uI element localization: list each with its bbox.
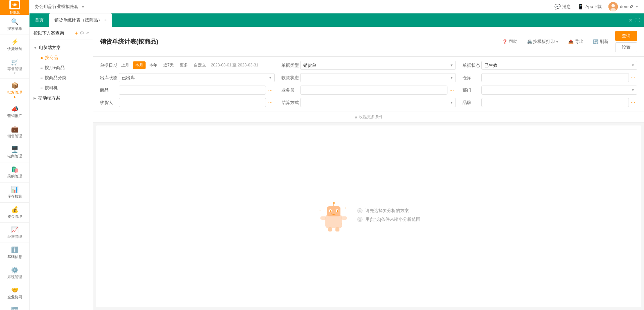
- svg-text:②: ②: [359, 218, 361, 221]
- date-filter: 上月 本月 本年 近7天 更多 自定义 2023-03-01 至 2023-03…: [119, 61, 275, 69]
- svg-rect-16: [335, 227, 339, 231]
- app-download-button[interactable]: 📱 App下载: [578, 4, 602, 10]
- sidebar-item-search[interactable]: 🔍 搜索菜单: [0, 15, 29, 35]
- doc-status-select[interactable]: 已生效: [481, 61, 637, 70]
- app-logo: 标准版: [0, 0, 30, 15]
- filter-panel-title: 按以下方案查询: [34, 30, 64, 36]
- date-btn-current-year[interactable]: 本年: [147, 61, 160, 69]
- warehouse-label: 仓库: [463, 75, 481, 81]
- goods-input[interactable]: [119, 86, 266, 95]
- doc-type-label: 单据类型: [281, 62, 300, 68]
- sidebar-item-retail[interactable]: 🛒 零售管理 ▼: [0, 55, 29, 79]
- tree-item-by-month-goods[interactable]: ≡ 按月+商品: [30, 63, 93, 73]
- collapse-bar[interactable]: ∧ 收起更多条件: [93, 111, 644, 123]
- tab-home[interactable]: 首页: [30, 13, 49, 27]
- salesman-dots-icon[interactable]: ···: [447, 87, 456, 93]
- salesman-input[interactable]: [300, 86, 447, 95]
- help-label: 帮助: [509, 39, 518, 45]
- page-title-row: 销货单统计表(按商品) ❓ 帮助 🖨️ 按模板打印 ▼ 📤: [100, 31, 637, 52]
- date-btn-7days[interactable]: 近7天: [161, 61, 176, 69]
- content-area: 按以下方案查询 + ⚙ « ▼ 电脑端方案 ● 按商品: [30, 27, 644, 310]
- sidebar-label-sales: 销售管理: [7, 134, 22, 139]
- date-btn-custom[interactable]: 自定义: [192, 61, 208, 69]
- industry-dropdown-icon[interactable]: ▼: [81, 5, 85, 9]
- filter-row-3: 商品 ··· 业务员 ··· 部门: [100, 86, 637, 95]
- svg-rect-14: [341, 216, 347, 220]
- sidebar-item-purchase[interactable]: 🛍️ 采购管理: [0, 162, 29, 183]
- settlement-select[interactable]: [300, 98, 456, 107]
- sidebar-item-newbie[interactable]: 🆕 新手引导: [0, 303, 29, 310]
- tab-close-icon[interactable]: ×: [104, 18, 107, 22]
- dept-select-wrapper: ▼: [481, 86, 637, 95]
- refresh-button[interactable]: 🔄 刷新: [590, 37, 611, 46]
- warehouse-dots-icon[interactable]: ···: [629, 75, 637, 81]
- svg-rect-15: [328, 227, 332, 231]
- print-button[interactable]: 🖨️ 按模板打印 ▼: [524, 37, 561, 46]
- tip-2-text: 用[过滤]条件来缩小分析范围: [365, 216, 420, 222]
- by-goods-icon: ●: [40, 55, 43, 60]
- sidebar-item-operations[interactable]: 📈 经营管理: [0, 223, 29, 243]
- payment-status-select[interactable]: [300, 73, 456, 82]
- out-status-select[interactable]: 已出库: [119, 73, 275, 82]
- tree-item-by-goods[interactable]: ● 按商品: [30, 53, 93, 63]
- logo-icon: [9, 0, 20, 9]
- tree-group-pc-header[interactable]: ▼ 电脑端方案: [30, 43, 93, 53]
- tree-group-mobile-header[interactable]: ▶ 移动端方案: [30, 93, 93, 103]
- filter-collapse-button[interactable]: «: [86, 30, 89, 36]
- sidebar-item-quick-nav[interactable]: ⚡ 快捷导航: [0, 35, 29, 55]
- date-btn-current-month[interactable]: 本月: [133, 61, 146, 69]
- tree-item-by-driver[interactable]: ≡ 按司机: [30, 83, 93, 93]
- recipient-field: 收货人 ···: [100, 98, 275, 107]
- date-field: 单据日期 上月 本月 本年 近7天 更多 自定义 2023-03-01 至 20…: [100, 61, 275, 69]
- ecommerce-icon: 🖥️: [11, 146, 18, 153]
- payment-status-field: 收款状态 ▼: [281, 73, 456, 82]
- message-icon: 💬: [554, 4, 561, 10]
- sidebar-item-enterprise[interactable]: 🤝 企业协同: [0, 283, 29, 303]
- tab-sales-statistics[interactable]: 销货单统计表（按商品） ×: [49, 13, 112, 27]
- tree-group-pc: ▼ 电脑端方案 ● 按商品 ≡ 按月+商品 ≡ 按商品分类: [30, 43, 93, 93]
- sidebar-label-purchase: 采购管理: [7, 174, 22, 179]
- tab-maximize-icon[interactable]: ⛶: [635, 17, 640, 23]
- sidebar-label-wholesale: 批发管理: [7, 90, 22, 95]
- empty-illustration: ✦ ✦ ✦: [317, 200, 351, 233]
- user-area[interactable]: demo2 ▼: [608, 2, 639, 11]
- sidebar-item-system[interactable]: ⚙️ 系统管理: [0, 263, 29, 283]
- help-button[interactable]: ❓ 帮助: [499, 37, 520, 46]
- refresh-label: 刷新: [600, 39, 608, 45]
- sidebar-item-marketing[interactable]: 📣 营销推广: [0, 102, 29, 122]
- help-icon: ❓: [502, 39, 507, 44]
- brand-dots-icon[interactable]: ···: [629, 100, 637, 106]
- tree-item-by-goods-category[interactable]: ≡ 按商品分类: [30, 73, 93, 83]
- page-header: 销货单统计表(按商品) ❓ 帮助 🖨️ 按模板打印 ▼ 📤: [93, 27, 644, 57]
- sidebar-item-sales[interactable]: 💼 销售管理: [0, 122, 29, 142]
- filter-settings-button[interactable]: ⚙: [80, 30, 84, 36]
- by-month-goods-icon: ≡: [40, 65, 43, 70]
- quick-nav-icon: ⚡: [11, 38, 18, 46]
- brand-field: 品牌 ···: [463, 98, 637, 107]
- query-button[interactable]: 查询: [615, 31, 637, 41]
- tab-minimize-icon[interactable]: ✕: [629, 17, 633, 23]
- goods-dots-icon[interactable]: ···: [266, 87, 274, 93]
- dept-select[interactable]: [481, 86, 637, 95]
- filter-add-button[interactable]: +: [75, 30, 78, 36]
- sidebar-item-finance[interactable]: 💰 资金管理: [0, 203, 29, 223]
- sidebar-item-ecommerce[interactable]: 🖥️ 电商管理: [0, 142, 29, 162]
- sidebar-item-inventory[interactable]: 📊 库存核算: [0, 183, 29, 203]
- recipient-input[interactable]: [119, 98, 266, 107]
- doc-type-select[interactable]: 销货单: [300, 61, 456, 70]
- inventory-icon: 📊: [11, 186, 18, 193]
- date-label: 单据日期: [100, 62, 119, 68]
- marketing-icon: 📣: [11, 105, 18, 113]
- recipient-dots-icon[interactable]: ···: [266, 100, 274, 106]
- message-button[interactable]: 💬 消息: [554, 4, 571, 10]
- brand-input[interactable]: [481, 98, 629, 107]
- user-dropdown-icon: ▼: [635, 5, 639, 8]
- export-button[interactable]: 📤 导出: [566, 37, 586, 46]
- date-btn-more[interactable]: 更多: [177, 61, 190, 69]
- date-btn-last-month[interactable]: 上月: [119, 61, 131, 69]
- sidebar-item-basic-info[interactable]: ℹ️ 基础信息: [0, 243, 29, 263]
- warehouse-input[interactable]: [481, 73, 629, 82]
- settings-button[interactable]: 设置: [615, 42, 637, 52]
- sidebar-item-wholesale[interactable]: 📦 批发管理 ▲: [0, 79, 29, 102]
- export-icon: 📤: [568, 39, 574, 44]
